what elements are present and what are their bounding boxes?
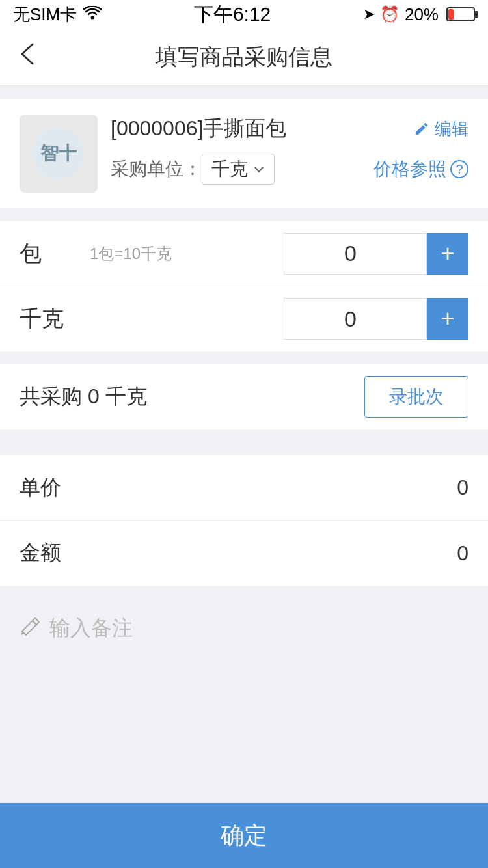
back-button[interactable] [20,42,35,72]
divider-2 [0,429,488,442]
product-name: [0000006]手撕面包 [111,115,286,143]
bag-quantity-input[interactable] [284,233,427,275]
total-section: 共采购 0 千克 录批次 [0,364,488,429]
confirm-bar[interactable]: 确定 [0,803,488,868]
unit-price-row: 单价 0 [0,455,488,521]
price-ref-button[interactable]: 价格参照 ? [373,157,468,182]
edit-button[interactable]: 编辑 [414,118,468,141]
info-section: 单价 0 金额 0 [0,455,488,586]
status-right: ➤ ⏰ 20% [363,5,475,25]
amount-label: 金额 [20,539,61,567]
help-icon: ? [450,160,468,178]
bag-input-row: 包 1包=10千克 + [0,221,488,286]
location-icon: ➤ [363,6,375,23]
edit-label: 编辑 [435,118,468,141]
product-name-row: [0000006]手撕面包 编辑 [111,115,468,143]
kg-input-row: 千克 + [0,286,488,351]
unit-value: 千克 [211,157,248,182]
confirm-text: 确定 [221,820,267,852]
product-info: [0000006]手撕面包 编辑 采购单位： 千克 价格参照 [111,115,468,185]
unit-row: 采购单位： 千克 价格参照 ? [111,154,468,185]
battery-icon [446,7,475,21]
kg-quantity-input[interactable] [284,298,427,340]
unit-left: 采购单位： 千克 [111,154,275,185]
total-text: 共采购 0 千克 [20,383,147,411]
note-placeholder: 输入备注 [49,614,133,643]
wifi-icon [83,5,102,25]
product-card: 智十 [0000006]手撕面包 编辑 采购单位： 千克 [0,99,488,208]
kg-plus-button[interactable]: + [427,298,468,340]
price-ref-label: 价格参照 [373,157,446,182]
note-section[interactable]: 输入备注 [0,599,488,794]
bag-sublabel: 1包=10千克 [90,243,284,264]
amount-row: 金额 0 [0,521,488,586]
product-image: 智十 [20,115,98,193]
bag-plus-button[interactable]: + [427,233,468,275]
status-left: 无SIM卡 [13,3,102,26]
product-logo: 智十 [33,128,85,180]
pencil-icon [20,616,40,642]
battery-percent: 20% [405,5,439,25]
unit-price-label: 单价 [20,474,61,502]
unit-select[interactable]: 千克 [202,154,275,185]
bag-label: 包 [20,239,85,269]
kg-label: 千克 [20,304,85,334]
divider-1 [0,208,488,221]
input-section: 包 1包=10千克 + 千克 + [0,221,488,351]
kg-input-right: + [284,298,468,340]
status-time: 下午6:12 [194,1,271,28]
svg-point-0 [91,16,94,19]
logo-text: 智十 [40,141,77,166]
bag-input-right: + [284,233,468,275]
status-bar: 无SIM卡 下午6:12 ➤ ⏰ 20% [0,0,488,29]
nav-bar: 填写商品采购信息 [0,29,488,86]
batch-label: 录批次 [389,385,444,409]
batch-button[interactable]: 录批次 [364,376,468,418]
carrier-label: 无SIM卡 [13,3,77,26]
unit-price-value: 0 [457,476,468,500]
unit-label: 采购单位： [111,157,202,182]
amount-value: 0 [457,541,468,565]
alarm-icon: ⏰ [380,5,400,23]
page-title: 填写商品采购信息 [156,42,332,72]
